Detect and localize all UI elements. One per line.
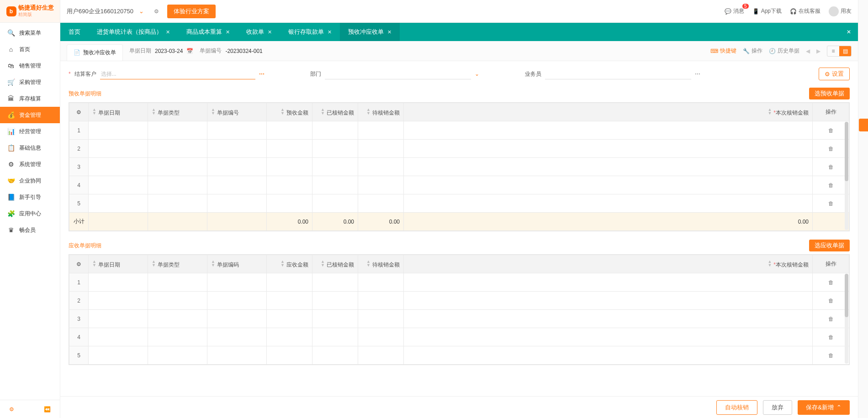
select-receivable-button[interactable]: 选应收单据: [809, 240, 850, 251]
dept-input[interactable]: [325, 68, 471, 79]
customer-service-link[interactable]: 🎧 在线客服: [790, 7, 820, 15]
auto-verify-button[interactable]: 自动核销: [716, 400, 757, 415]
view-list-icon[interactable]: ≡: [827, 46, 839, 56]
col-toverify[interactable]: ▲▼待核销金额: [358, 103, 404, 121]
tab-1[interactable]: 进货单统计表（按商品）✕: [89, 23, 178, 41]
table-row[interactable]: 2🗑: [69, 292, 849, 310]
customer-input[interactable]: [100, 69, 255, 79]
calendar-icon[interactable]: 📅: [186, 48, 193, 54]
org-selector[interactable]: 用户690企业1660120750 ⌄: [67, 7, 149, 16]
delete-row-icon[interactable]: 🗑: [813, 328, 849, 346]
col-config[interactable]: ⚙: [69, 255, 89, 273]
nav-icon: 📋: [7, 144, 15, 152]
sidebar-item-11[interactable]: 🧩应用中心: [0, 205, 60, 222]
delete-row-icon[interactable]: 🗑: [813, 121, 849, 140]
date-value[interactable]: 2023-03-24: [155, 48, 183, 54]
tab-0[interactable]: 首页: [60, 23, 89, 41]
table-row[interactable]: 4🗑: [69, 328, 849, 346]
chevron-down-icon[interactable]: ⌄: [475, 71, 479, 77]
table-row[interactable]: 1🗑: [69, 121, 849, 140]
table-row[interactable]: 4🗑: [69, 176, 849, 194]
tab-3[interactable]: 收款单✕: [238, 23, 280, 41]
document-tab[interactable]: 📄 预收冲应收单: [67, 44, 123, 61]
save-new-button[interactable]: 保存&新增 ⌃: [798, 400, 850, 415]
history-link[interactable]: 🕘 历史单据: [769, 47, 799, 55]
user-menu[interactable]: 用友: [829, 6, 852, 16]
clerk-field: 业务员 ⋯: [525, 68, 700, 79]
sidebar-item-2[interactable]: 🛍销售管理: [0, 57, 60, 74]
sidebar-item-9[interactable]: 🤝企业协同: [0, 172, 60, 189]
col-thisverify[interactable]: ▲▼*本次核销金额: [404, 255, 813, 273]
col-thisverify[interactable]: ▲▼*本次核销金额: [404, 103, 813, 121]
table-scrollbar[interactable]: [845, 274, 848, 364]
col-date[interactable]: ▲▼单据日期: [89, 103, 148, 121]
table-row[interactable]: 5🗑: [69, 346, 849, 365]
delete-row-icon[interactable]: 🗑: [813, 194, 849, 213]
col-verified[interactable]: ▲▼已核销金额: [312, 103, 358, 121]
table-row[interactable]: 3🗑: [69, 158, 849, 176]
tab-4[interactable]: 银行存取款单✕: [280, 23, 340, 41]
col-type[interactable]: ▲▼单据类型: [148, 255, 207, 273]
next-icon[interactable]: ▶: [816, 48, 820, 54]
close-all-tabs[interactable]: ✕: [840, 23, 858, 41]
table-row[interactable]: 2🗑: [69, 140, 849, 158]
sidebar-item-6[interactable]: 📊经营管理: [0, 123, 60, 140]
sidebar-item-10[interactable]: 📘新手引导: [0, 189, 60, 205]
delete-row-icon[interactable]: 🗑: [813, 346, 849, 365]
sidebar-item-0[interactable]: 🔍搜索菜单: [0, 25, 60, 41]
table-scrollbar[interactable]: [845, 122, 848, 230]
messages-badge: 5: [742, 4, 749, 9]
close-icon[interactable]: ✕: [268, 29, 272, 35]
discard-button[interactable]: 放弃: [763, 400, 792, 415]
delete-row-icon[interactable]: 🗑: [813, 310, 849, 328]
table-row[interactable]: 3🗑: [69, 310, 849, 328]
delete-row-icon[interactable]: 🗑: [813, 292, 849, 310]
sidebar-item-8[interactable]: ⚙系统管理: [0, 156, 60, 172]
operate-link[interactable]: 🔧 操作: [743, 47, 762, 55]
select-prepay-button[interactable]: 选预收单据: [809, 88, 850, 99]
shortcut-link[interactable]: ⌨ 快捷键: [710, 47, 736, 55]
try-industry-button[interactable]: 体验行业方案: [167, 5, 216, 18]
sidebar-item-5[interactable]: 💰资金管理: [0, 107, 60, 123]
col-config[interactable]: ⚙: [69, 103, 89, 121]
col-date[interactable]: ▲▼单据日期: [89, 255, 148, 273]
dept-label: 部门: [310, 70, 321, 78]
col-recvamt[interactable]: ▲▼应收金额: [267, 255, 312, 273]
sidebar-item-7[interactable]: 📋基础信息: [0, 140, 60, 156]
prev-icon[interactable]: ◀: [806, 48, 810, 54]
table-row[interactable]: 5🗑: [69, 194, 849, 213]
col-preamt[interactable]: ▲▼预收金额: [267, 103, 312, 121]
sidebar-item-4[interactable]: 🏛库存核算: [0, 90, 60, 107]
col-type[interactable]: ▲▼单据类型: [148, 103, 207, 121]
settings-button[interactable]: ⚙ 设置: [819, 68, 850, 80]
app-download-link[interactable]: 📱 App下载: [752, 7, 782, 15]
clerk-lookup-icon[interactable]: ⋯: [695, 71, 700, 77]
tab-5[interactable]: 预收冲应收单✕: [340, 23, 400, 41]
tab-2[interactable]: 商品成本重算✕: [178, 23, 238, 41]
clerk-input[interactable]: [545, 68, 691, 79]
delete-row-icon[interactable]: 🗑: [813, 140, 849, 158]
table-row[interactable]: 1🗑: [69, 273, 849, 292]
delete-row-icon[interactable]: 🗑: [813, 273, 849, 292]
messages-link[interactable]: 💬 消息 5: [725, 7, 744, 15]
close-icon[interactable]: ✕: [328, 29, 332, 35]
col-no[interactable]: ▲▼单据编码: [207, 255, 267, 273]
customer-lookup-icon[interactable]: ⋯: [259, 71, 265, 77]
collapse-icon[interactable]: ⏪: [44, 406, 51, 413]
col-verified[interactable]: ▲▼已核销金额: [312, 255, 358, 273]
delete-row-icon[interactable]: 🗑: [813, 176, 849, 194]
close-icon[interactable]: ✕: [387, 29, 392, 35]
sidebar-item-3[interactable]: 🛒采购管理: [0, 74, 60, 90]
delete-row-icon[interactable]: 🗑: [813, 158, 849, 176]
sidebar-item-1[interactable]: ⌂首页: [0, 41, 60, 57]
settings-icon[interactable]: ⚙: [9, 406, 14, 413]
col-no[interactable]: ▲▼单据编号: [207, 103, 267, 121]
close-icon[interactable]: ✕: [226, 29, 230, 35]
close-icon[interactable]: ✕: [166, 29, 170, 35]
col-toverify[interactable]: ▲▼待核销金额: [358, 255, 404, 273]
sidebar-item-12[interactable]: ♛畅会员: [0, 222, 60, 238]
rail-handle[interactable]: [859, 119, 868, 131]
org-settings-icon[interactable]: ⚙: [154, 8, 159, 15]
view-detail-icon[interactable]: ▤: [839, 46, 851, 56]
date-label: 单据日期: [129, 47, 151, 55]
